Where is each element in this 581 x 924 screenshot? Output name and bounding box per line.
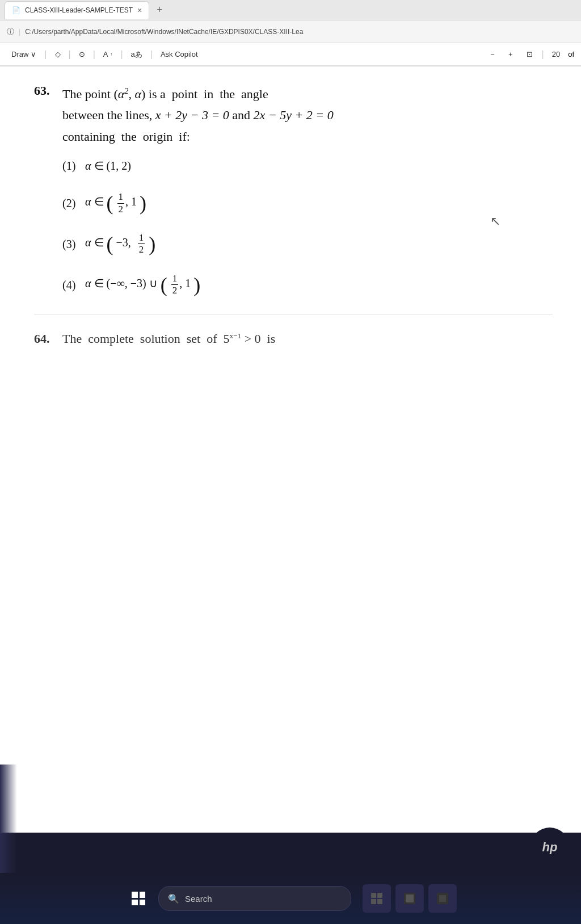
reader-toolbar: Draw ∨ | ◇ | ⊙ | A↑ | aあ | Ask Copilot −… bbox=[0, 43, 581, 66]
paren-open-3: ( bbox=[107, 233, 113, 255]
paren-close-3: ) bbox=[149, 233, 155, 255]
toolbar-sep-6: | bbox=[542, 49, 544, 60]
option-2-content: α ∈ ( 1 2 , 1 ) bbox=[85, 191, 146, 215]
svg-rect-7 bbox=[439, 895, 446, 902]
taskbar-search-icon: 🔍 bbox=[168, 893, 179, 904]
taskbar-app-3[interactable] bbox=[428, 884, 457, 913]
page-button[interactable]: ⊙ bbox=[74, 48, 90, 61]
hp-logo-container: hp bbox=[530, 828, 570, 867]
option-3: (3) α ∈ ( −3, 1 2 ) bbox=[62, 232, 553, 256]
zoom-level: 20 bbox=[549, 49, 563, 60]
option-2: (2) α ∈ ( 1 2 , 1 ) bbox=[62, 191, 553, 215]
browser-chrome: 📄 CLASS-XIII-Leader-SAMPLE-TEST × + ⓘ | … bbox=[0, 0, 581, 66]
svg-rect-5 bbox=[406, 894, 414, 902]
paren-close-4: ) bbox=[193, 274, 200, 296]
taskbar-search-bar[interactable]: 🔍 Search bbox=[158, 886, 351, 911]
taskbar-app-2[interactable] bbox=[395, 884, 424, 913]
toolbar-sep-5: | bbox=[150, 49, 153, 60]
option-4-number: (4) bbox=[62, 276, 85, 293]
zoom-of-label: of bbox=[568, 50, 574, 58]
hp-logo: hp bbox=[542, 840, 558, 855]
option-3-number: (3) bbox=[62, 236, 85, 253]
question-64-number: 64. bbox=[34, 331, 62, 346]
svg-rect-3 bbox=[377, 899, 382, 904]
section-divider bbox=[34, 314, 553, 314]
security-icon: ⓘ bbox=[7, 27, 14, 37]
option-4-content: α ∈ (−∞, −3) ∪ ( 1 2 , 1 ) bbox=[85, 273, 200, 297]
toolbar-sep-4: | bbox=[120, 49, 123, 60]
svg-rect-1 bbox=[377, 893, 382, 898]
svg-rect-2 bbox=[371, 899, 376, 904]
toolbar-sep-3: | bbox=[93, 49, 95, 60]
app-icon-2 bbox=[403, 892, 416, 905]
option-2-number: (2) bbox=[62, 195, 85, 212]
paren-close-2: ) bbox=[140, 192, 146, 215]
option-1-number: (1) bbox=[62, 157, 85, 174]
text-size-button[interactable]: A↑ bbox=[99, 48, 117, 61]
svg-rect-0 bbox=[371, 893, 376, 898]
address-separator: | bbox=[19, 28, 20, 36]
line-eq-2: 2x − 5y + 2 = 0 bbox=[254, 108, 334, 122]
taskbar-inner: 🔍 Search bbox=[124, 884, 457, 913]
zoom-in-button[interactable]: + bbox=[504, 48, 517, 61]
zoom-controls: − + ⊡ | 20 of bbox=[486, 48, 574, 61]
taskbar-apps bbox=[363, 884, 457, 913]
address-bar: ⓘ | C:/Users/parth/AppData/Local/Microso… bbox=[0, 20, 581, 43]
taskbar-app-1[interactable] bbox=[363, 884, 391, 913]
fraction-half-2: 1 2 bbox=[117, 191, 125, 215]
draw-chevron: ∨ bbox=[31, 50, 36, 58]
side-gradient bbox=[0, 765, 17, 878]
win-sq-4 bbox=[140, 900, 146, 906]
pdf-content: 63. The point (α2, α) is a point in the … bbox=[0, 66, 581, 833]
tab-title: CLASS-XIII-Leader-SAMPLE-TEST bbox=[25, 6, 133, 14]
zoom-out-button[interactable]: − bbox=[486, 48, 499, 61]
win-sq-1 bbox=[132, 892, 138, 898]
question-63-header: 63. The point (α2, α) is a point in the … bbox=[34, 83, 553, 147]
taskbar-search-placeholder: Search bbox=[185, 894, 212, 904]
fit-page-button[interactable]: ⊡ bbox=[522, 48, 537, 61]
tab-close-button[interactable]: × bbox=[137, 6, 142, 15]
alpha-squared: α2, α bbox=[118, 87, 141, 101]
read-aloud-button[interactable]: aあ bbox=[127, 47, 147, 62]
new-tab-button[interactable]: + bbox=[151, 2, 167, 18]
tab-bar: 📄 CLASS-XIII-Leader-SAMPLE-TEST × + bbox=[0, 0, 581, 20]
dark-footer-area bbox=[0, 833, 581, 878]
question-64-preview: 64. The complete solution set of 5x−1 > … bbox=[34, 326, 553, 346]
question-63-number: 63. bbox=[34, 83, 62, 98]
question-64-text: The complete solution set of 5x−1 > 0 is bbox=[62, 331, 275, 346]
option-4: (4) α ∈ (−∞, −3) ∪ ( 1 2 , 1 ) bbox=[62, 273, 553, 297]
line-eq-1: x + 2y − 3 = 0 bbox=[155, 108, 229, 122]
fraction-half-4: 1 2 bbox=[171, 273, 179, 297]
windows-start-button[interactable] bbox=[124, 884, 153, 913]
toolbar-sep-1: | bbox=[44, 49, 47, 60]
win-sq-2 bbox=[140, 892, 146, 898]
tab-favicon: 📄 bbox=[12, 6, 20, 14]
draw-label: Draw bbox=[11, 50, 28, 58]
lasso-button[interactable]: ◇ bbox=[50, 48, 65, 61]
paren-open-2: ( bbox=[107, 192, 113, 215]
option-3-content: α ∈ ( −3, 1 2 ) bbox=[85, 232, 155, 256]
active-tab[interactable]: 📄 CLASS-XIII-Leader-SAMPLE-TEST × bbox=[5, 1, 149, 19]
ask-copilot-button[interactable]: Ask Copilot bbox=[156, 48, 203, 61]
question-63-body: The point (α2, α) is a point in the angl… bbox=[62, 83, 553, 147]
taskbar: 🔍 Search bbox=[0, 873, 581, 924]
paren-open-4: ( bbox=[161, 274, 167, 296]
app-icon-3 bbox=[436, 892, 449, 905]
fraction-half-3: 1 2 bbox=[138, 232, 145, 256]
toolbar-sep-2: | bbox=[69, 49, 71, 60]
win-sq-3 bbox=[132, 900, 138, 906]
draw-button[interactable]: Draw ∨ bbox=[7, 48, 41, 61]
windows-icon bbox=[132, 892, 145, 905]
option-1-content: α ∈ (1, 2) bbox=[85, 157, 131, 174]
url-display[interactable]: C:/Users/parth/AppData/Local/Microsoft/W… bbox=[25, 28, 574, 36]
option-1: (1) α ∈ (1, 2) bbox=[62, 157, 553, 174]
app-icon-1 bbox=[370, 892, 384, 905]
